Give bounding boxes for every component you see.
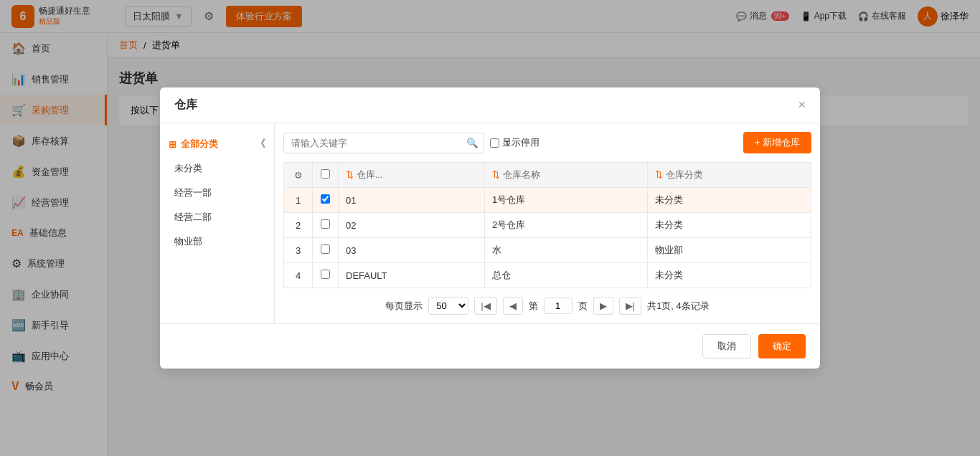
table-head: ⚙ ⇅ 仓库... ⇅ 仓库名称	[284, 163, 811, 188]
row-name: 1号仓库	[484, 188, 648, 213]
sort-icon-cat: ⇅	[655, 169, 663, 180]
th-name: ⇅ 仓库名称	[484, 163, 648, 188]
row-name: 2号仓库	[484, 213, 648, 238]
show-disabled-checkbox[interactable]: 显示停用	[490, 136, 540, 149]
search-input[interactable]	[283, 133, 484, 153]
modal-close-button[interactable]: ×	[798, 98, 806, 113]
collapse-icon[interactable]: 《	[255, 138, 265, 151]
category-all[interactable]: ⊞ 全部分类 《	[160, 132, 274, 156]
cat-item-1[interactable]: 经营一部	[160, 181, 274, 205]
table-row[interactable]: 2 02 2号仓库 未分类	[284, 213, 811, 238]
total-label: 共1页, 4条记录	[647, 300, 710, 313]
warehouse-table: ⚙ ⇅ 仓库... ⇅ 仓库名称	[283, 162, 811, 288]
th-settings: ⚙	[284, 163, 313, 188]
row-checkbox[interactable]	[313, 213, 339, 238]
table-area: 🔍 显示停用 + 新增仓库 ⚙	[275, 123, 820, 323]
sort-icon-name: ⇅	[492, 169, 500, 180]
cat-item-3[interactable]: 物业部	[160, 229, 274, 254]
prev-page-button[interactable]: ◀	[503, 297, 523, 315]
table-header-row: ⚙ ⇅ 仓库... ⇅ 仓库名称	[284, 163, 811, 188]
row-index: 2	[284, 213, 313, 238]
category-sidebar: ⊞ 全部分类 《 未分类 经营一部 经营二部 物业部	[160, 123, 275, 323]
next-page-button[interactable]: ▶	[593, 297, 613, 315]
sort-icon: ⇅	[346, 169, 354, 180]
modal-title: 仓库	[174, 98, 798, 113]
row-index: 4	[284, 263, 313, 288]
cat-item-2[interactable]: 经营二部	[160, 205, 274, 229]
cat-item-0[interactable]: 未分类	[160, 156, 274, 181]
show-disabled-input[interactable]	[490, 138, 499, 148]
table-footer: 每页显示 50 100 200 |◀ ◀ 第 页 ▶ ▶| 共1页, 4条记录	[283, 288, 811, 315]
search-icon-button[interactable]: 🔍	[466, 138, 479, 148]
show-disabled-label: 显示停用	[502, 136, 540, 149]
cancel-button[interactable]: 取消	[702, 334, 751, 358]
per-page-label: 每页显示	[385, 300, 423, 313]
row-code: 02	[339, 213, 485, 238]
row-checkbox[interactable]	[313, 188, 339, 213]
row-checkbox[interactable]	[313, 238, 339, 263]
confirm-button[interactable]: 确定	[758, 334, 806, 358]
warehouse-modal: 仓库 × ⊞ 全部分类 《 未分类 经营一部 经营二部	[160, 87, 820, 369]
row-category: 物业部	[648, 238, 811, 263]
row-category: 未分类	[648, 188, 811, 213]
row-index: 1	[284, 188, 313, 213]
modal-body: ⊞ 全部分类 《 未分类 经营一部 经营二部 物业部	[160, 123, 820, 323]
grid-icon: ⊞	[169, 139, 176, 150]
last-page-button[interactable]: ▶|	[619, 297, 641, 315]
modal-header: 仓库 ×	[160, 87, 820, 123]
th-checkbox	[313, 163, 339, 188]
modal-footer: 取消 确定	[160, 323, 820, 369]
select-all-checkbox[interactable]	[321, 169, 330, 179]
page-end-label: 页	[578, 300, 588, 313]
per-page-select[interactable]: 50 100 200	[428, 297, 468, 315]
page-input[interactable]	[544, 298, 573, 314]
row-category: 未分类	[648, 213, 811, 238]
row-code: 03	[339, 238, 485, 263]
search-input-wrap: 🔍	[283, 133, 484, 153]
table-toolbar: 🔍 显示停用 + 新增仓库	[283, 132, 811, 153]
row-checkbox[interactable]	[313, 263, 339, 288]
row-code: DEFAULT	[339, 263, 485, 288]
new-warehouse-button[interactable]: + 新增仓库	[743, 132, 811, 153]
table-body: 1 01 1号仓库 未分类 2	[284, 188, 811, 288]
row-index: 3	[284, 238, 313, 263]
cat-all-label: 全部分类	[181, 138, 218, 151]
first-page-button[interactable]: |◀	[474, 297, 496, 315]
row-name: 水	[484, 238, 648, 263]
page-label: 第	[529, 300, 538, 313]
th-code: ⇅ 仓库...	[339, 163, 485, 188]
row-code: 01	[339, 188, 485, 213]
table-row[interactable]: 3 03 水 物业部	[284, 238, 811, 263]
th-category: ⇅ 仓库分类	[648, 163, 811, 188]
row-category: 未分类	[648, 263, 811, 288]
table-row[interactable]: 4 DEFAULT 总仓 未分类	[284, 263, 811, 288]
row-name: 总仓	[484, 263, 648, 288]
table-row[interactable]: 1 01 1号仓库 未分类	[284, 188, 811, 213]
modal-overlay: 仓库 × ⊞ 全部分类 《 未分类 经营一部 经营二部	[0, 0, 980, 456]
